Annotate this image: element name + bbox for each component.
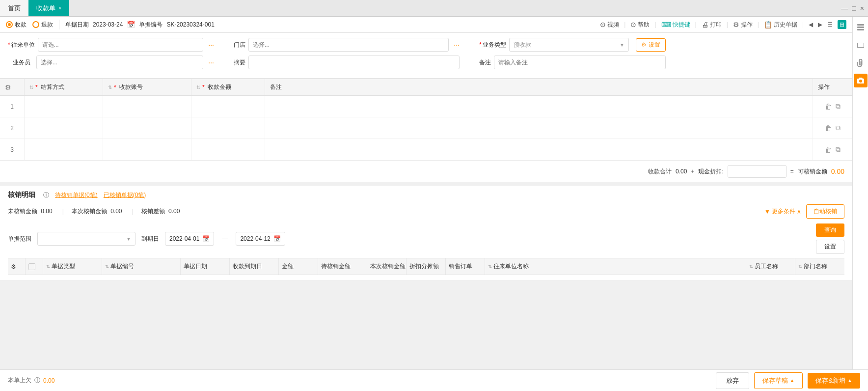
info-icon[interactable]: ⓘ <box>43 191 49 199</box>
tab-home-label: 首页 <box>8 4 21 13</box>
nav-right-icon[interactable]: ▶ <box>818 21 822 28</box>
row-2-note[interactable] <box>265 117 813 139</box>
tab-receipt[interactable]: 收款单 × <box>28 0 69 16</box>
delete-icon[interactable]: 🗑 <box>825 124 832 132</box>
radio-refund-label: 退款 <box>41 21 53 29</box>
date-end-input[interactable]: 2022-04-12 📅 <box>236 232 285 246</box>
gear-icon: ⚙ <box>641 41 647 48</box>
table-gear-icon[interactable]: ⚙ <box>5 84 11 91</box>
vcol-number: ⇅ 单据编号 <box>102 258 181 275</box>
diff-value: 0.00 <box>168 208 180 215</box>
business-type-select[interactable]: 预收款 ▼ <box>509 38 629 52</box>
vcol-dept: ⇅ 部门名称 <box>795 258 844 275</box>
row-3-amount[interactable] <box>191 139 265 160</box>
sidebar-table-icon[interactable] <box>854 21 868 34</box>
vcol-type-label: 单据类型 <box>52 262 75 271</box>
staff-more-icon[interactable]: ··· <box>208 58 214 66</box>
vcol-gear-icon[interactable]: ⚙ <box>11 263 16 270</box>
row-1-actions: 🗑 ⧉ <box>813 96 852 117</box>
video-btn[interactable]: ⊙ 视频 <box>600 21 619 29</box>
store-more-icon[interactable]: ··· <box>454 41 460 49</box>
delete-icon[interactable]: 🗑 <box>825 146 832 154</box>
copy-icon[interactable]: ⧉ <box>836 145 841 154</box>
sidebar-camera-icon[interactable] <box>854 74 868 87</box>
completed-tab[interactable]: 已核销单据(0笔) <box>104 191 146 199</box>
shortcut-btn[interactable]: ⌨ 快捷键 <box>661 21 690 29</box>
row-1-account[interactable] <box>103 96 191 117</box>
sidebar-attachment-icon[interactable] <box>854 56 868 70</box>
vcol-gear[interactable]: ⚙ <box>8 258 26 275</box>
col-action: 操作 <box>813 79 852 95</box>
row-3-note[interactable] <box>265 139 813 160</box>
filter-row: 单据范围 ▼ 到期日 2022-04-01 📅 — 2022-04-12 📅 查… <box>8 223 844 254</box>
vcol-counterpart: ⇅ 往来单位名称 <box>485 258 746 275</box>
grid-icon[interactable]: ⊞ <box>838 20 846 29</box>
more-conditions-btn[interactable]: ▼ 更多条件 ∧ <box>764 207 801 216</box>
query-button[interactable]: 查询 <box>816 223 844 237</box>
row-2-settlement[interactable] <box>25 117 103 139</box>
col-settings[interactable]: ⚙ <box>0 79 25 95</box>
sort-icon-settlement: ⇅ <box>29 84 33 90</box>
auto-close-button[interactable]: 自动核销 <box>806 204 844 219</box>
due-date-label: 到期日 <box>141 235 159 243</box>
tab-close-icon[interactable]: × <box>58 5 61 11</box>
select-all-checkbox[interactable] <box>28 263 35 270</box>
pending-tab[interactable]: 待核销单据(0笔) <box>55 191 98 199</box>
row-3-account[interactable] <box>103 139 191 160</box>
minimize-icon[interactable]: — <box>841 4 848 12</box>
delete-icon[interactable]: 🗑 <box>825 103 832 111</box>
counterpart-more-icon[interactable]: ··· <box>208 41 214 49</box>
copy-icon[interactable]: ⧉ <box>836 102 841 111</box>
tab-home[interactable]: 首页 <box>0 0 28 16</box>
date-label: 单据日期 <box>65 21 89 29</box>
range-select[interactable]: ▼ <box>37 232 136 246</box>
maximize-icon[interactable]: □ <box>852 4 856 12</box>
close-icon[interactable]: × <box>860 4 864 12</box>
store-field: 门店 ··· <box>234 38 460 52</box>
store-input[interactable] <box>248 38 449 52</box>
vcol-type: ⇅ 单据类型 <box>43 258 102 275</box>
staff-input[interactable] <box>36 56 203 69</box>
store-label: 门店 <box>234 41 245 49</box>
help-btn[interactable]: ⊙ 帮助 <box>630 21 650 29</box>
business-type-label: *业务类型 <box>479 41 506 49</box>
discount-input[interactable] <box>728 165 787 178</box>
row-2-amount[interactable] <box>191 117 265 139</box>
print-btn[interactable]: 🖨 打印 <box>702 21 722 29</box>
counterpart-input[interactable] <box>38 38 204 52</box>
row-2-account[interactable] <box>103 117 191 139</box>
row-2-actions: 🗑 ⧉ <box>813 117 852 139</box>
row-3-settlement[interactable] <box>25 139 103 160</box>
sort-icon-account: ⇅ <box>108 84 112 90</box>
row-1-settlement[interactable] <box>25 96 103 117</box>
radio-receipt[interactable]: 收款 <box>6 21 27 29</box>
note-input[interactable] <box>494 56 666 69</box>
nav-left-icon[interactable]: ◀ <box>809 21 813 28</box>
note-label: 备注 <box>479 58 491 67</box>
date-start-input[interactable]: 2022-04-01 📅 <box>165 232 214 246</box>
verify-settings-button[interactable]: 设置 <box>816 240 844 254</box>
copy-icon[interactable]: ⧉ <box>836 124 841 132</box>
operation-btn[interactable]: ⚙ 操作 <box>733 21 753 29</box>
help-label: 帮助 <box>638 21 650 29</box>
radio-refund[interactable]: 退款 <box>32 21 53 29</box>
vcol-due-date-label: 收款到期日 <box>233 262 262 271</box>
history-btn[interactable]: 📋 历史单据 <box>764 21 797 29</box>
calendar-start-icon[interactable]: 📅 <box>202 235 210 242</box>
calendar-end-icon[interactable]: 📅 <box>273 235 281 242</box>
row-3-actions: 🗑 ⧉ <box>813 139 852 160</box>
tab-bar-controls: — □ × <box>841 4 868 12</box>
radio-dot-refund <box>32 21 39 28</box>
plus-sign: + <box>691 168 694 175</box>
business-type-field: *业务类型 预收款 ▼ ⚙ 设置 <box>479 38 666 52</box>
sort-icon-amount: ⇅ <box>196 84 200 90</box>
sidebar-email-icon[interactable] <box>854 38 868 52</box>
settings-button[interactable]: ⚙ 设置 <box>636 38 666 52</box>
vcol-checkbox[interactable] <box>26 258 43 275</box>
calendar-icon[interactable]: 📅 <box>127 21 135 28</box>
row-1-note[interactable] <box>265 96 813 117</box>
row-1-amount[interactable] <box>191 96 265 117</box>
list-icon[interactable]: ☰ <box>827 21 833 28</box>
section-divider <box>0 182 852 186</box>
summary-input[interactable] <box>248 56 460 69</box>
